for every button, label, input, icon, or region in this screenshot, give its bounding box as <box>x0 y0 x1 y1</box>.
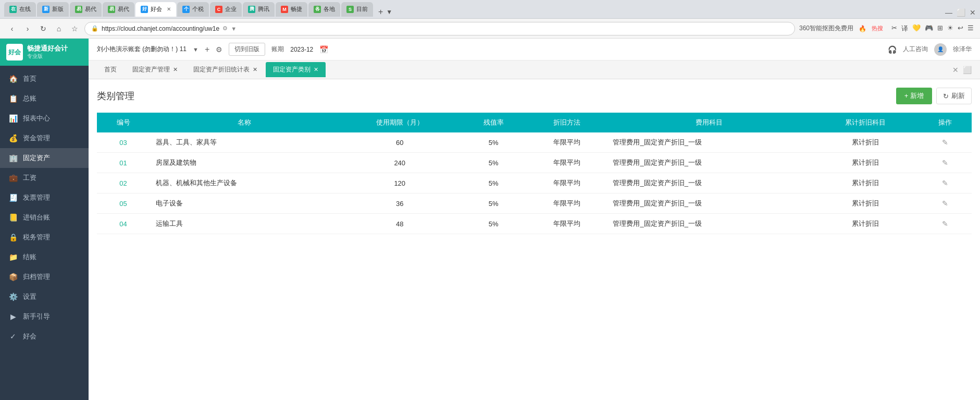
cut-tool[interactable]: ✂ <box>891 24 897 33</box>
close-period-icon: 📁 <box>8 253 18 261</box>
cell-residual: 5% <box>460 214 526 234</box>
period-settings-btn[interactable]: ⚙ <box>216 45 222 54</box>
expand-icon[interactable]: ▼ <box>231 26 237 32</box>
sidebar-item-reports[interactable]: 📊 报表中心 <box>0 108 89 128</box>
add-period-btn[interactable]: + <box>205 45 209 54</box>
cell-method: 年限平均 <box>527 153 607 173</box>
sidebar-item-guide[interactable]: ▶ 新手引导 <box>0 307 89 326</box>
cell-id: 03 <box>97 132 150 153</box>
cell-action: ✎ <box>919 153 972 173</box>
sidebar-item-stock[interactable]: 📒 进销台账 <box>0 208 89 227</box>
browser-tab-3[interactable]: 易 易代 <box>103 2 134 17</box>
browser-tab-5[interactable]: 个 个税 <box>177 2 209 17</box>
tab-label-1: 新版 <box>52 5 64 13</box>
stock-icon: 📒 <box>8 213 18 222</box>
sidebar-item-tax[interactable]: 🔒 税务管理 <box>0 227 89 247</box>
browser-tab-6[interactable]: C 企业 <box>210 2 242 17</box>
cell-residual: 5% <box>460 193 526 214</box>
sidebar-item-ledger[interactable]: 📋 总账 <box>0 89 89 108</box>
star-btn[interactable]: ☆ <box>69 23 80 34</box>
cell-name: 电子设备 <box>150 193 339 214</box>
translate-tool[interactable]: 译 <box>901 24 908 33</box>
edit-btn-3[interactable]: ✎ <box>942 199 948 208</box>
sidebar-item-payroll[interactable]: 💼 工资 <box>0 168 89 188</box>
logo-icon: 好会 <box>6 44 23 60</box>
home-btn[interactable]: ⌂ <box>53 23 65 34</box>
sidebar-label-payroll: 工资 <box>23 173 36 183</box>
edit-btn-4[interactable]: ✎ <box>942 220 948 228</box>
tab-label-10: 目前 <box>356 5 368 13</box>
browser-tab-0[interactable]: 在 在线 <box>4 2 36 17</box>
content-tabs: 首页 固定资产管理 ✕ 固定资产折旧统计表 ✕ 固定资产类别 ✕ ✕ ⬜ <box>89 60 980 79</box>
cell-period: 240 <box>339 153 461 173</box>
cell-method: 年限平均 <box>527 132 607 153</box>
dropdown-icon[interactable]: ▼ <box>193 46 199 53</box>
tab-close-4[interactable]: ✕ <box>167 6 171 12</box>
cell-action: ✎ <box>919 193 972 214</box>
tab-depreciation-label: 固定资产折旧统计表 <box>193 65 250 74</box>
sidebar-item-assets[interactable]: 🏢 固定资产 <box>0 148 89 168</box>
sidebar-item-finance[interactable]: 💰 资金管理 <box>0 128 89 148</box>
site-settings-icon[interactable]: ⚙ <box>222 25 228 32</box>
edit-btn-2[interactable]: ✎ <box>942 179 948 187</box>
settings-tool[interactable]: ☀ <box>947 24 953 33</box>
inner-close-icon[interactable]: ✕ <box>952 66 959 74</box>
consult-label[interactable]: 人工咨询 <box>903 45 928 54</box>
tab-depreciation-close[interactable]: ✕ <box>253 66 257 73</box>
tab-category-close[interactable]: ✕ <box>314 66 318 73</box>
new-tab-btn[interactable]: + <box>378 7 383 17</box>
sidebar-label-extra: 好会 <box>23 332 36 341</box>
browser-tab-8[interactable]: M 畅捷 <box>276 2 307 17</box>
tab-asset-mgmt-close[interactable]: ✕ <box>173 66 178 73</box>
invoice-icon: 🧾 <box>8 193 18 202</box>
tab-icon-1: 新 <box>42 6 49 13</box>
sidebar-item-archive[interactable]: 📦 归档管理 <box>0 267 89 287</box>
refresh-btn[interactable]: ↻ 刷新 <box>936 88 972 104</box>
sidebar-item-extra[interactable]: ✓ 好会 <box>0 326 89 346</box>
browser-tab-2[interactable]: 易 易代 <box>70 2 102 17</box>
add-category-btn[interactable]: + 新增 <box>896 88 932 104</box>
address-bar[interactable]: 🔒 https://cloud.chanjet.com/accounting/u… <box>84 22 795 35</box>
grid-tool[interactable]: ⊞ <box>937 24 943 33</box>
history-tool[interactable]: ↩ <box>958 24 963 33</box>
game-tool[interactable]: 🎮 <box>925 24 933 33</box>
sidebar-item-invoice[interactable]: 🧾 发票管理 <box>0 188 89 208</box>
cell-period: 36 <box>339 193 461 214</box>
col-name: 名称 <box>150 113 339 132</box>
cell-accum: 累计折旧 <box>812 173 919 193</box>
close-btn[interactable]: ✕ <box>970 8 976 17</box>
forward-btn[interactable]: › <box>22 23 33 34</box>
browser-tab-4[interactable]: 好 好会 ✕ <box>135 2 176 17</box>
search-label: 360智能抠图免费用 <box>799 24 853 33</box>
reload-btn[interactable]: ↻ <box>38 23 49 34</box>
cell-accum: 累计折旧 <box>812 193 919 214</box>
browser-tab-1[interactable]: 新 新版 <box>37 2 69 17</box>
tab-menu-btn[interactable]: ▼ <box>386 8 392 16</box>
switch-version-btn[interactable]: 切到旧版 <box>229 43 265 56</box>
browser-tab-7[interactable]: 腾 腾讯 <box>243 2 275 17</box>
calendar-icon[interactable]: 📅 <box>319 45 328 54</box>
maximize-btn[interactable]: ⬜ <box>957 8 965 17</box>
browser-tab-9[interactable]: 各 各地 <box>308 2 340 17</box>
cell-method: 年限平均 <box>527 173 607 193</box>
hot-search-icon: 🔥 <box>859 25 866 32</box>
tab-depreciation[interactable]: 固定资产折旧统计表 ✕ <box>186 62 265 77</box>
inner-expand-icon[interactable]: ⬜ <box>963 66 972 74</box>
user-label: 刘小艳演示账套 (勿删勿动！) 11 <box>97 45 187 54</box>
sidebar-item-home[interactable]: 🏠 首页 <box>0 69 89 89</box>
sidebar-item-close[interactable]: 📁 结账 <box>0 247 89 267</box>
tab-category[interactable]: 固定资产类别 ✕ <box>266 62 326 77</box>
edit-btn-0[interactable]: ✎ <box>942 138 948 147</box>
back-btn[interactable]: ‹ <box>6 23 18 34</box>
browser-tab-10[interactable]: S 目前 <box>341 2 373 17</box>
wallet-tool[interactable]: 💛 <box>912 24 921 33</box>
sidebar-item-settings[interactable]: ⚙️ 设置 <box>0 287 89 307</box>
tab-home[interactable]: 首页 <box>97 62 124 77</box>
cell-action: ✎ <box>919 214 972 234</box>
tab-asset-mgmt[interactable]: 固定资产管理 ✕ <box>125 62 185 77</box>
tab-label-2: 易代 <box>85 5 96 13</box>
sidebar-label-settings: 设置 <box>23 292 36 301</box>
edit-btn-1[interactable]: ✎ <box>942 159 948 167</box>
menu-tool[interactable]: ☰ <box>967 24 974 33</box>
minimize-btn[interactable]: — <box>945 8 952 17</box>
